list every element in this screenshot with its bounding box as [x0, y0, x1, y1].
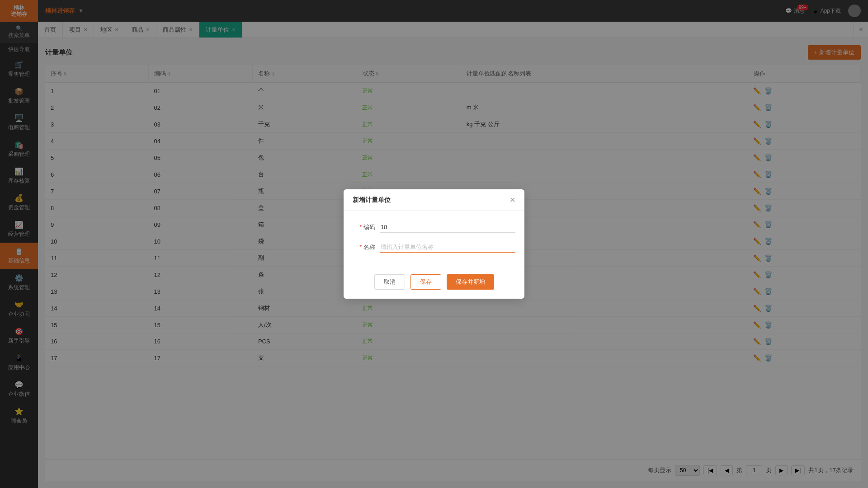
form-row-code: 编码 [353, 222, 515, 233]
modal-body: 编码 名称 [344, 211, 524, 269]
code-label: 编码 [353, 223, 380, 231]
modal-header: 新增计量单位 ✕ [344, 189, 524, 211]
cancel-button[interactable]: 取消 [374, 274, 405, 290]
modal-overlay: 新增计量单位 ✕ 编码 名称 取消 保存 保存并新增 [0, 0, 868, 488]
name-input[interactable] [380, 242, 515, 253]
add-unit-modal: 新增计量单位 ✕ 编码 名称 取消 保存 保存并新增 [344, 189, 524, 299]
code-input[interactable] [380, 222, 515, 233]
form-row-name: 名称 [353, 242, 515, 253]
save-button[interactable]: 保存 [410, 274, 441, 290]
modal-footer: 取消 保存 保存并新增 [344, 269, 524, 299]
modal-title: 新增计量单位 [353, 196, 391, 204]
save-and-new-button[interactable]: 保存并新增 [447, 274, 494, 290]
modal-close-button[interactable]: ✕ [509, 196, 515, 204]
name-label: 名称 [353, 243, 380, 251]
